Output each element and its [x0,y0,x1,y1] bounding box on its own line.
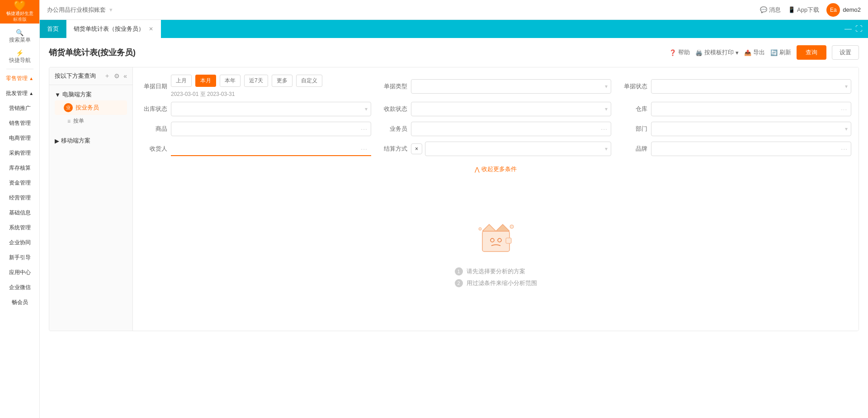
sidebar-item-operation[interactable]: 经营管理 [0,190,39,205]
sidebar-item-finance[interactable]: 资金管理 [0,176,39,190]
this-month-btn[interactable]: 本月 [195,75,216,87]
tab-minimize-icon[interactable]: — [844,25,852,33]
scheme-by-salesperson[interactable]: 业 按业务员 [55,100,127,115]
tab-close-icon[interactable]: ✕ [149,26,153,32]
sidebar-item-purchase[interactable]: 采购管理 [0,146,39,161]
refresh-label: 刷新 [779,48,791,57]
message-btn[interactable]: 💬 消息 [760,6,781,14]
warehouse-field[interactable]: ··· [651,102,851,116]
tab-bar: 首页 销货单统计表（按业务员） ✕ — ⛶ [40,20,868,38]
mobile-scheme-title[interactable]: ▶ 移动端方案 [49,134,132,147]
goods-control: ··· [171,122,371,136]
consignee-label: 收货人 [140,145,167,153]
sidebar-item-appcenter[interactable]: 应用中心 [0,265,39,280]
shipment-control: ▾ [171,102,371,116]
search-menu[interactable]: 🔍 搜索菜单 [0,24,39,47]
help-icon: ❓ [669,49,676,56]
collapse-panel-icon[interactable]: « [123,72,127,80]
last-month-btn[interactable]: 上月 [171,75,192,87]
last7days-btn[interactable]: 近7天 [244,75,268,87]
sidebar-item-ecommerce[interactable]: 电商管理 [0,131,39,146]
goods-label: 商品 [140,125,167,133]
desktop-scheme-title[interactable]: ▼ 电脑端方案 [55,89,127,100]
date-filter-area: 上月 本月 本年 近7天 更多 自定义 2023-03-01 至 2023-03… [171,75,371,98]
template-print-btn[interactable]: 🖨️ 按模板打印 ▾ [695,48,739,57]
app-version: 标准版 [13,16,27,23]
sidebar-item-basic[interactable]: 基础信息 [0,205,39,220]
app-download-btn[interactable]: 📱 App下载 [788,6,819,14]
left-panel: 按以下方案查询 ＋ ⚙ « ▼ 电脑端方案 业 [49,67,133,331]
settlement-tag: × [411,143,422,154]
tab-expand-btn: — ⛶ [844,25,868,33]
brand-input[interactable] [651,142,851,156]
tab-home[interactable]: 首页 [40,20,66,38]
page-actions: ❓ 帮助 🖨️ 按模板打印 ▾ 📤 导出 🔄 刷新 [669,45,859,60]
sidebar-item-enterprise[interactable]: 企业协同 [0,235,39,250]
shipment-select[interactable] [171,102,371,116]
warehouse-control: ··· [651,102,851,116]
print-dropdown-icon: ▾ [736,49,739,56]
consignee-filter-row: 收货人 ··· [140,142,371,156]
payment-select[interactable] [411,102,611,116]
svg-point-5 [479,228,481,230]
shipment-label: 出库状态 [140,105,167,113]
tag-close-icon[interactable]: × [415,146,418,152]
consignee-input[interactable] [171,142,371,156]
custom-btn[interactable]: 自定义 [296,75,322,87]
date-filter-row: 单据日期 上月 本月 本年 近7天 更多 自定义 2023-03-01 至 20… [140,75,371,98]
page-title-bar: 销货单统计表(按业务员) ❓ 帮助 🖨️ 按模板打印 ▾ 📤 导出 [49,45,859,60]
quick-nav-label: 快捷导航 [9,57,31,63]
doc-type-select[interactable] [411,79,611,94]
tab-sales-stat[interactable]: 销货单统计表（按业务员） ✕ [66,20,161,38]
edit-scheme-icon[interactable]: ⚙ [114,72,120,80]
warehouse-dots: ··· [841,106,847,113]
department-select[interactable] [651,122,851,136]
tab-maximize-icon[interactable]: ⛶ [855,25,863,33]
empty-tips: 1 请先选择要分析的方案 2 用过滤条件来缩小分析范围 [455,267,537,287]
collapse-btn[interactable]: ⋀ 收起更多条件 [140,162,851,177]
sidebar-item-member[interactable]: 畅会员 [0,295,39,310]
date-label: 单据日期 [140,82,167,90]
settlement-control: × ▾ [411,142,611,156]
print-icon: 🖨️ [695,49,703,56]
brand-label: 品牌 [620,145,647,153]
add-scheme-icon[interactable]: ＋ [104,72,110,80]
main-layout: 按以下方案查询 ＋ ⚙ « ▼ 电脑端方案 业 [49,67,859,331]
sidebar-item-retail[interactable]: 零售管理 ▲ [0,71,39,86]
sidebar-item-system[interactable]: 系统管理 [0,220,39,235]
scheme-salesperson-icon: 业 [64,103,73,112]
sidebar-item-wechat[interactable]: 企业微信 [0,280,39,295]
sidebar-item-newuser[interactable]: 新手引导 [0,250,39,265]
settings-button[interactable]: 设置 [832,45,859,60]
scheme-query-label: 按以下方案查询 [55,72,96,80]
sidebar-item-inventory[interactable]: 库存核算 [0,161,39,176]
page-title: 销货单统计表(按业务员) [49,47,136,58]
settlement-select[interactable] [425,142,611,156]
mobile-scheme-arrow: ▶ [55,138,59,144]
refresh-btn[interactable]: 🔄 刷新 [770,48,791,57]
doc-status-control: ▾ [651,79,851,94]
export-icon: 📤 [744,49,751,56]
collapse-label: 收起更多条件 [481,165,517,173]
query-button[interactable]: 查询 [797,45,826,60]
sidebar-item-wholesale[interactable]: 批发管理 ▲ [0,86,39,101]
this-year-btn[interactable]: 本年 [220,75,241,87]
shipment-filter-row: 出库状态 ▾ [140,102,371,116]
scheme-by-order[interactable]: ≡ 按单 [55,115,127,127]
more-btn[interactable]: 更多 [272,75,292,87]
quick-nav[interactable]: ⚡ 快捷导航 [0,47,39,67]
sidebar-item-marketing[interactable]: 营销推广 [0,101,39,116]
help-btn[interactable]: ❓ 帮助 [669,48,690,57]
export-btn[interactable]: 📤 导出 [744,48,765,57]
salesperson-input[interactable] [411,122,611,136]
sidebar-item-sales[interactable]: 销售管理 [0,116,39,131]
date-range-text: 2023-03-01 至 2023-03-31 [171,90,235,98]
tip2-num: 2 [455,279,463,287]
scheme-order-label: 按单 [73,117,84,125]
user-info[interactable]: Ea demo2 [826,3,861,17]
content-inner: 销货单统计表(按业务员) ❓ 帮助 🖨️ 按模板打印 ▾ 📤 导出 [40,38,868,418]
goods-input[interactable] [171,122,371,136]
export-label: 导出 [753,48,765,57]
mobile-scheme-label: 移动端方案 [61,137,90,145]
doc-status-select[interactable] [651,79,851,94]
